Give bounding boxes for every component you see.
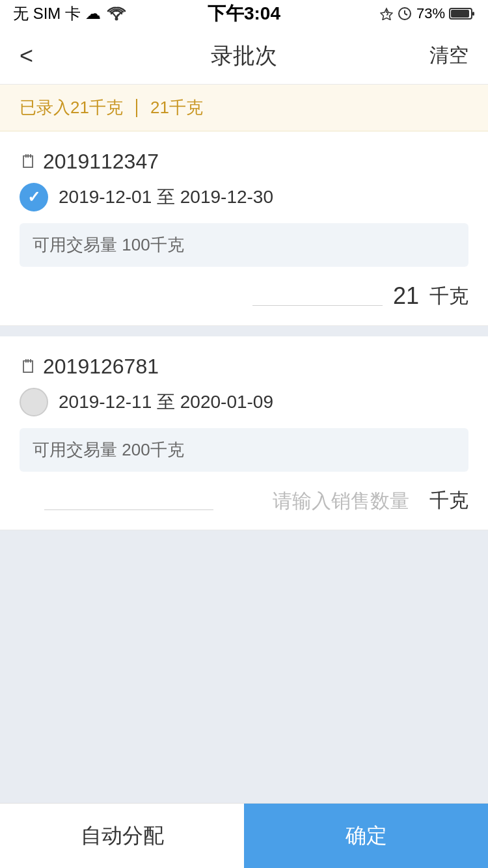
page-title: 录批次 xyxy=(211,41,277,71)
item2-id: 2019126781 xyxy=(43,355,159,379)
item2-input-row: 千克 xyxy=(0,472,488,530)
item1-radio[interactable]: ✓ xyxy=(20,183,48,211)
svg-rect-5 xyxy=(451,10,469,18)
clear-button[interactable]: 清空 xyxy=(429,42,468,69)
item1-date-row[interactable]: ✓ 2019-12-01 至 2019-12-30 xyxy=(20,183,468,211)
recorded-amount-value: 21千克 xyxy=(150,96,203,119)
recorded-amount-label: 已录入21千克 xyxy=(20,96,123,119)
status-time: 下午3:04 xyxy=(208,1,280,26)
svg-point-0 xyxy=(115,18,118,21)
item2-radio[interactable] xyxy=(20,388,48,416)
clock-icon xyxy=(397,6,413,21)
item2-unit: 千克 xyxy=(429,487,468,514)
item2-date-row[interactable]: 2019-12-11 至 2020-01-09 xyxy=(20,388,468,416)
sim-label: 无 SIM 卡 ☁ xyxy=(13,3,101,24)
battery-percent: 73% xyxy=(416,5,445,22)
location-icon xyxy=(380,7,393,20)
item1-doc-icon: 🗒 xyxy=(20,151,38,172)
item1-availability: 可用交易量 100千克 xyxy=(20,223,468,267)
item-card-2: 🗒 2019126781 2019-12-11 至 2020-01-09 可用交… xyxy=(0,336,488,472)
svg-rect-6 xyxy=(472,12,474,16)
item1-amount-unit: 千克 xyxy=(429,283,468,310)
section-divider xyxy=(0,326,488,336)
svg-line-3 xyxy=(405,14,407,15)
status-left: 无 SIM 卡 ☁ xyxy=(13,3,127,24)
status-bar: 无 SIM 卡 ☁ 下午3:04 73% xyxy=(0,0,488,27)
item1-amount-divider xyxy=(252,305,383,306)
item1-id-row: 🗒 2019112347 xyxy=(20,150,468,174)
item2-doc-icon: 🗒 xyxy=(20,356,38,377)
item2-id-row: 🗒 2019126781 xyxy=(20,355,468,379)
item1-date-range: 2019-12-01 至 2019-12-30 xyxy=(59,185,273,210)
item1-checkmark: ✓ xyxy=(27,188,40,206)
item1-amount-value: 21 xyxy=(393,282,419,310)
item2-availability: 可用交易量 200千克 xyxy=(20,428,468,472)
item-card-1: 🗒 2019112347 ✓ 2019-12-01 至 2019-12-30 可… xyxy=(0,131,488,267)
status-right: 73% xyxy=(380,5,475,22)
item1-id: 2019112347 xyxy=(43,150,159,174)
battery-icon xyxy=(449,7,475,21)
item1-amount-row: 21 千克 xyxy=(0,267,488,326)
info-banner: 已录入21千克 21千克 xyxy=(0,85,488,131)
item2-date-range: 2019-12-11 至 2020-01-09 xyxy=(59,390,273,414)
nav-bar: < 录批次 清空 xyxy=(0,27,488,85)
wifi-icon xyxy=(106,7,127,21)
bottom-bar: 自动分配 确定 xyxy=(0,803,488,868)
item2-quantity-input[interactable] xyxy=(224,490,419,512)
auto-distribute-button[interactable]: 自动分配 xyxy=(0,804,244,868)
empty-area xyxy=(0,530,488,804)
banner-divider xyxy=(136,99,137,117)
confirm-button[interactable]: 确定 xyxy=(244,804,488,868)
item2-input-divider xyxy=(44,509,213,510)
back-button[interactable]: < xyxy=(20,42,33,70)
